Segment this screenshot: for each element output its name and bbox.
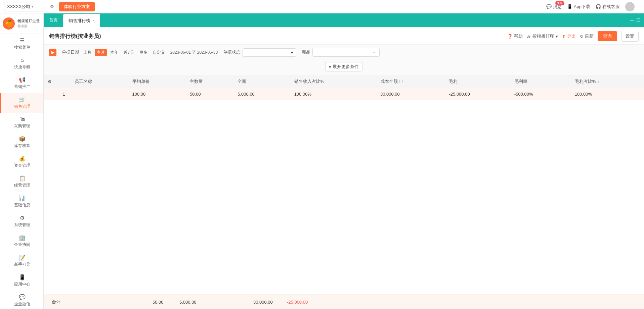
print-button[interactable]: 🖨 按模板打印 ▾ xyxy=(527,33,558,39)
avatar[interactable] xyxy=(625,2,635,11)
tab-minimize-icon[interactable]: ─ xyxy=(630,17,634,23)
home-icon: ⌂ xyxy=(20,57,24,63)
tab-right-actions: ─ □ xyxy=(630,17,644,23)
date-tab-last-month[interactable]: 上月 xyxy=(81,49,93,56)
date-tab-this-year[interactable]: 本年 xyxy=(108,49,120,56)
company-chevron-icon: ▾ xyxy=(32,5,33,8)
company-selector[interactable]: XXXXX公司 ▾ xyxy=(4,2,44,11)
page-title: 销售排行榜(按业务员) xyxy=(49,33,101,40)
logo-icon: 🍊 xyxy=(3,17,15,30)
sidebar-item-operations[interactable]: 📋 经营管理 xyxy=(0,172,43,192)
footer-gross: -25,000.00 xyxy=(283,298,316,306)
page-actions: ❓ 帮助 🖨 按模板打印 ▾ ⬆ 导出 ↻ 刷新 xyxy=(507,31,639,42)
logo-text: 畅康通好生意 xyxy=(17,18,40,23)
sidebar-item-enterprise[interactable]: 🏢 企业协同 xyxy=(0,231,43,251)
col-settings[interactable]: ⚙ xyxy=(44,75,57,88)
sidebar-item-appstore[interactable]: 📱 应用中心 xyxy=(0,271,43,291)
settings-button[interactable]: 设置 xyxy=(621,31,639,42)
col-quantity: 主数量 xyxy=(186,75,233,88)
print-icon: 🖨 xyxy=(527,34,531,39)
sidebar-item-inventory[interactable]: 📦 库存核算 xyxy=(0,132,43,152)
table-body: 1 100.00 50.00 5,000.00 100.00% 30,000.0… xyxy=(44,88,644,100)
data-table: ⚙ 员工名称 平均单价 主数量 全额 销售收入占比% 成本全额 ⓘ 毛利 毛利率… xyxy=(44,75,644,100)
cell-settings xyxy=(44,88,57,100)
cell-gross-rate: -500.00% xyxy=(510,88,571,100)
sidebar-item-wechat[interactable]: 💬 企业微信 xyxy=(0,291,43,309)
status-chevron-icon: ▾ xyxy=(291,50,293,55)
sidebar-item-basic[interactable]: 📊 基础信息 xyxy=(0,192,43,211)
date-tab-this-month[interactable]: 本月 xyxy=(95,49,107,56)
col-sales-pct: 销售收入占比% xyxy=(290,75,376,88)
status-select[interactable]: ▾ xyxy=(243,48,296,57)
main-layout: 🍊 畅康通好生意 标准版 ☰ 搜索菜单 ⌂ 快捷导航 📢 营销推广 🛒 销售管理… xyxy=(0,13,644,309)
message-icon: 💬 xyxy=(546,4,552,9)
goods-select[interactable]: ··· xyxy=(312,48,380,57)
col-name: 员工名称 xyxy=(71,75,128,88)
table-footer: 合计 50.00 5,000.00 30,000.00 -25,000.00 xyxy=(44,295,644,309)
tab-home[interactable]: 首页 xyxy=(44,13,63,27)
cell-amount: 5,000.00 xyxy=(233,88,290,100)
help-icon: ❓ xyxy=(507,34,513,39)
sidebar-item-finance[interactable]: 💰 资金管理 xyxy=(0,152,43,172)
print-label: 按模板打印 xyxy=(532,33,554,39)
export-button[interactable]: ⬆ 导出 xyxy=(562,33,576,39)
sidebar-item-purchase[interactable]: 🛍 采购管理 xyxy=(0,113,43,132)
finance-icon: 💰 xyxy=(19,155,26,162)
sidebar-item-label: 资金管理 xyxy=(14,163,30,168)
basic-icon: 📊 xyxy=(19,195,26,201)
table-wrapper: ⚙ 员工名称 平均单价 主数量 全额 销售收入占比% 成本全额 ⓘ 毛利 毛利率… xyxy=(44,75,644,295)
sidebar-item-search[interactable]: ☰ 搜索菜单 xyxy=(0,34,43,54)
col-avg-price: 平均单价 xyxy=(128,75,186,88)
col-cost: 成本全额 ⓘ xyxy=(376,75,445,88)
query-button[interactable]: 查询 xyxy=(598,31,617,41)
tab-close-icon[interactable]: × xyxy=(92,18,95,23)
top-right-actions: 💬 消息 99+ 📱 App下载 🎧 在线客服 xyxy=(546,2,640,11)
filter-arrow-button[interactable]: ▶ xyxy=(49,49,56,56)
refresh-label: 刷新 xyxy=(585,33,594,39)
online-support-button[interactable]: 🎧 在线客服 xyxy=(596,4,620,10)
app-download-button[interactable]: 📱 App下载 xyxy=(567,4,590,10)
app-icon: 📱 xyxy=(567,4,572,9)
cell-sales-pct: 100.00% xyxy=(290,88,376,100)
sidebar-item-guide[interactable]: 📝 新手引导 xyxy=(0,251,43,271)
col-amount: 全额 xyxy=(233,75,290,88)
enterprise-icon: 🏢 xyxy=(19,235,26,241)
settings-icon[interactable]: ⚙ xyxy=(47,2,56,11)
search-menu-icon: ☰ xyxy=(20,37,25,44)
sidebar-item-quick-nav[interactable]: ⌂ 快捷导航 xyxy=(0,54,43,73)
top-bar: XXXXX公司 ▾ ⚙ 体验行业方案 💬 消息 99+ 📱 App下载 🎧 在线… xyxy=(0,0,644,13)
sidebar-item-label: 库存核算 xyxy=(14,143,30,149)
trial-button[interactable]: 体验行业方案 xyxy=(59,2,95,11)
footer-label: 合计 xyxy=(48,298,75,306)
footer-spacer2 xyxy=(115,301,148,303)
system-icon: ⚙ xyxy=(20,215,25,221)
col-gross-pct: 毛利占比% ↕ xyxy=(571,75,644,88)
message-button[interactable]: 💬 消息 99+ xyxy=(546,4,562,10)
help-button[interactable]: ❓ 帮助 xyxy=(507,33,523,39)
sidebar-item-sales[interactable]: 🛒 销售管理 xyxy=(0,93,43,113)
footer-sales-pct xyxy=(209,301,249,303)
export-icon: ⬆ xyxy=(562,34,566,39)
expand-conditions-button[interactable]: ▾ 展开更多条件 xyxy=(325,62,362,71)
sidebar-item-label: 采购管理 xyxy=(14,123,30,129)
refresh-button[interactable]: ↻ 刷新 xyxy=(580,33,594,39)
company-name: XXXXX公司 xyxy=(7,4,30,10)
sidebar-logo: 🍊 畅康通好生意 标准版 xyxy=(0,13,43,34)
help-label: 帮助 xyxy=(514,33,523,39)
date-tab-7days[interactable]: 近7天 xyxy=(122,49,136,56)
expand-label: 展开更多条件 xyxy=(333,64,359,70)
support-label: 在线客服 xyxy=(602,4,620,10)
cell-gross: -25,000.00 xyxy=(445,88,510,100)
tab-maximize-icon[interactable]: □ xyxy=(637,17,640,23)
date-range: 2023-06-01 至 2023-06-30 xyxy=(170,50,218,55)
sidebar-item-marketing[interactable]: 📢 营销推广 xyxy=(0,73,43,93)
print-chevron-icon: ▾ xyxy=(556,34,558,39)
date-tab-more[interactable]: 更多 xyxy=(137,49,149,56)
goods-more-icon[interactable]: ··· xyxy=(373,50,377,55)
footer-spacer xyxy=(75,301,115,303)
tab-sales-label: 销售排行榜 xyxy=(69,18,90,24)
tab-sales-ranking[interactable]: 销售排行榜 × xyxy=(63,14,100,28)
sidebar-item-system[interactable]: ⚙ 系统管理 xyxy=(0,211,43,231)
date-tab-custom[interactable]: 自定义 xyxy=(151,49,167,56)
guide-icon: 📝 xyxy=(19,254,26,261)
